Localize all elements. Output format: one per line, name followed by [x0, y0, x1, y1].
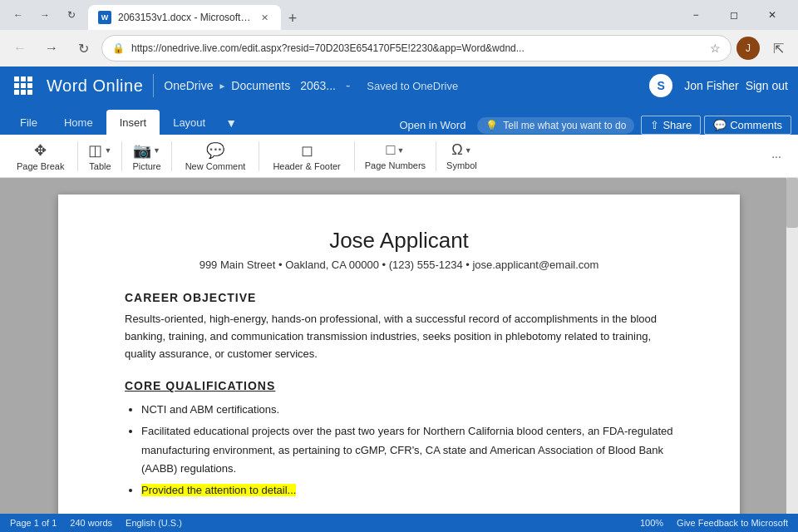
ribbon-tabs: File Home Insert Layout ▼ Open in Word 💡…: [0, 105, 798, 135]
skype-icon[interactable]: S: [648, 72, 674, 99]
open-in-word-button[interactable]: Open in Word: [391, 116, 474, 135]
maximize-button[interactable]: ◻: [715, 0, 753, 30]
saved-status: Saved to OneDrive: [367, 80, 458, 92]
back-button[interactable]: ←: [7, 3, 30, 27]
user-name: Jon Fisher: [684, 79, 738, 92]
tab-title: 2063153v1.docx - Microsoft W: [118, 12, 251, 23]
share-button[interactable]: ⇧ Share: [641, 116, 701, 135]
page-numbers-dropdown-arrow: ▼: [397, 146, 404, 155]
doc-short-name: 2063...: [300, 79, 336, 92]
table-command[interactable]: ◫ ▼ Table: [85, 138, 115, 175]
tab-layout[interactable]: Layout: [160, 110, 219, 135]
url-text: https://onedrive.live.com/edit.aspx?resi…: [131, 42, 703, 54]
forward-nav-button[interactable]: →: [38, 35, 65, 62]
page-numbers-command[interactable]: □ ▼ Page Numbers: [362, 138, 429, 174]
user-info: Jon Fisher Sign out: [684, 79, 788, 92]
close-button[interactable]: ✕: [753, 0, 791, 30]
picture-label: Picture: [132, 161, 160, 171]
onedrive-label: OneDrive: [164, 79, 213, 92]
profile-icon[interactable]: J: [736, 37, 760, 60]
qualification-item-3: Provided the attention to detail...: [141, 481, 673, 500]
qualification-item-2: Facilitated educational projects over th…: [141, 422, 673, 477]
share-icon: ⇧: [650, 119, 659, 131]
picture-dropdown-arrow: ▼: [153, 146, 160, 155]
waffle-button[interactable]: [10, 72, 37, 99]
scrollbar-thumb[interactable]: [786, 178, 798, 228]
back-nav-button[interactable]: ←: [7, 35, 33, 62]
ribbon-sep-6: [436, 141, 436, 171]
symbol-icon: Ω: [451, 141, 462, 159]
lock-icon: 🔒: [112, 42, 125, 54]
document-area: Jose Applicant 999 Main Street • Oakland…: [0, 178, 798, 514]
header-footer-command[interactable]: ◻ Header & Footer: [266, 138, 347, 175]
document-contact-info: 999 Main Street • Oakland, CA 00000 • (1…: [125, 259, 673, 271]
symbol-command[interactable]: Ω ▼ Symbol: [443, 138, 480, 174]
new-comment-label: New Comment: [185, 161, 246, 171]
comments-label: Comments: [730, 119, 782, 131]
tab-favicon: W: [98, 11, 111, 24]
comment-icon: 💬: [713, 119, 727, 131]
career-objective-text: Results-oriented, high-energy, hands-on …: [125, 311, 673, 362]
new-tab-button[interactable]: +: [281, 7, 304, 30]
bookmark-icon[interactable]: ☆: [710, 42, 721, 55]
active-tab[interactable]: W 2063153v1.docx - Microsoft W ✕: [88, 5, 281, 30]
page-numbers-icon: □: [387, 141, 396, 159]
career-objective-title: CAREER OBJECTIVE: [125, 291, 673, 304]
page-break-label: Page Break: [17, 161, 64, 171]
new-comment-icon: 💬: [206, 141, 224, 160]
page-break-command[interactable]: ✥ Page Break: [10, 138, 71, 175]
table-label: Table: [89, 161, 111, 171]
header-footer-icon: ◻: [301, 141, 313, 160]
table-icon: ◫: [88, 141, 102, 160]
tell-me-input[interactable]: 💡 Tell me what you want to do: [477, 117, 634, 134]
ribbon-commands: ✥ Page Break ◫ ▼ Table 📷 ▼ Picture 💬 New…: [0, 135, 798, 178]
qualifications-list: NCTI and ABM certifications. Facilitated…: [125, 401, 673, 499]
table-dropdown-arrow: ▼: [104, 146, 111, 155]
address-bar: ← → ↻ 🔒 https://onedrive.live.com/edit.a…: [0, 30, 798, 66]
refresh-nav-button[interactable]: ↻: [70, 35, 96, 62]
tab-home[interactable]: Home: [51, 110, 106, 135]
page-numbers-label: Page Numbers: [365, 160, 426, 170]
ribbon-tabs-more[interactable]: ▼: [219, 111, 244, 135]
ribbon-more-commands-button[interactable]: ···: [765, 145, 788, 168]
word-count: 240 words: [70, 518, 112, 528]
new-comment-command[interactable]: 💬 New Comment: [179, 138, 253, 175]
qualification-item-1: NCTI and ABM certifications.: [141, 401, 673, 419]
scrollbar-track[interactable]: [786, 178, 798, 514]
lightbulb-icon: 💡: [485, 120, 498, 131]
page-break-icon: ✥: [34, 141, 47, 160]
minimize-button[interactable]: −: [677, 0, 715, 30]
symbol-dropdown-arrow: ▼: [465, 146, 472, 155]
ribbon-sep-3: [171, 141, 172, 171]
extensions-button[interactable]: ⇱: [765, 35, 791, 62]
core-qualifications-title: CORE QUALIFICATIONS: [125, 379, 673, 392]
comments-button[interactable]: 💬 Comments: [704, 116, 791, 135]
document-applicant-name: Jose Applicant: [125, 228, 673, 254]
zoom-level: 100%: [640, 518, 663, 528]
sign-out-button[interactable]: Sign out: [746, 79, 788, 92]
onedrive-nav[interactable]: OneDrive ► Documents: [164, 79, 290, 92]
statusbar: Page 1 of 1 240 words English (U.S.) 100…: [0, 514, 798, 532]
app-name: Word Online: [47, 76, 143, 96]
symbol-label: Symbol: [446, 160, 477, 170]
ribbon-sep-1: [77, 141, 78, 171]
feedback-label[interactable]: Give Feedback to Microsoft: [677, 518, 788, 528]
appbar-separator: [153, 74, 154, 97]
breadcrumb-chevron: ►: [218, 81, 226, 91]
tab-insert[interactable]: Insert: [106, 110, 160, 135]
word-appbar: Word Online OneDrive ► Documents 2063...…: [0, 66, 798, 105]
documents-label: Documents: [231, 79, 290, 92]
picture-command[interactable]: 📷 ▼ Picture: [129, 138, 164, 175]
skype-logo: S: [649, 74, 672, 97]
language-info: English (U.S.): [126, 518, 182, 528]
document-page: Jose Applicant 999 Main Street • Oakland…: [58, 195, 740, 514]
tab-file[interactable]: File: [7, 110, 51, 135]
more-commands-icon: ···: [771, 150, 781, 163]
tab-close-button[interactable]: ✕: [258, 11, 271, 24]
picture-icon: 📷: [133, 141, 151, 160]
url-bar[interactable]: 🔒 https://onedrive.live.com/edit.aspx?re…: [101, 35, 732, 62]
doc-separator: -: [346, 78, 350, 93]
tell-me-label: Tell me what you want to do: [503, 120, 626, 131]
forward-button[interactable]: →: [33, 3, 57, 27]
reload-button[interactable]: ↻: [60, 3, 83, 27]
